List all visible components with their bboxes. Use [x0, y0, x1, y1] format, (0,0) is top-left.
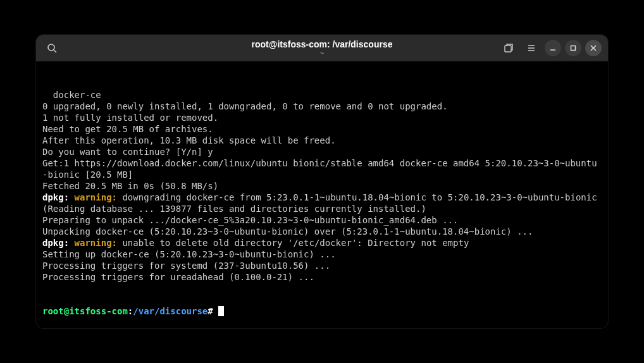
terminal-line: Processing triggers for systemd (237-3ub… — [42, 260, 602, 271]
terminal-line: Setting up docker-ce (5:20.10.23~3-0~ubu… — [42, 249, 602, 260]
terminal-line: Do you want to continue? [Y/n] y — [42, 146, 602, 157]
terminal-line: Get:1 https://download.docker.com/linux/… — [42, 157, 602, 180]
menu-button[interactable] — [522, 39, 541, 58]
close-icon — [590, 45, 597, 51]
terminal-line: dpkg: warning: unable to delete old dire… — [42, 237, 602, 249]
close-button[interactable] — [585, 40, 602, 56]
terminal-line: (Reading database ... 139877 files and d… — [42, 203, 602, 214]
prompt-path: /var/discourse — [133, 306, 207, 316]
window-title: root@itsfoss-com: /var/discourse — [252, 39, 393, 49]
prompt-user-host: root@itsfoss-com — [42, 306, 128, 316]
maximize-button[interactable] — [565, 40, 581, 56]
svg-line-1 — [54, 50, 56, 52]
search-button[interactable] — [42, 39, 61, 58]
hamburger-icon — [526, 43, 536, 53]
terminal-window: root@itsfoss-com: /var/discourse ~ — [36, 35, 608, 328]
maximize-icon — [570, 45, 576, 51]
terminal-line: Fetched 20.5 MB in 0s (50.8 MB/s) — [42, 180, 602, 192]
prompt-line: root@itsfoss-com:/var/discourse# — [42, 305, 602, 317]
minimize-icon — [550, 45, 556, 51]
new-tab-icon — [504, 43, 514, 53]
terminal-line: Preparing to unpack .../docker-ce_5%3a20… — [42, 214, 602, 226]
window-subtitle: ~ — [320, 49, 324, 57]
new-tab-button[interactable] — [499, 39, 518, 58]
titlebar-right — [499, 39, 602, 58]
terminal-line: Need to get 20.5 MB of archives. — [42, 123, 602, 135]
terminal-line: After this operation, 10.3 MB disk space… — [42, 135, 602, 146]
terminal-line: Unpacking docker-ce (5:20.10.23~3-0~ubun… — [42, 226, 602, 237]
minimize-button[interactable] — [545, 40, 561, 56]
terminal-output: docker-ce0 upgraded, 0 newly installed, … — [42, 89, 602, 283]
search-icon — [47, 43, 57, 53]
cursor — [218, 306, 224, 316]
terminal-line: Processing triggers for ureadahead (0.10… — [42, 271, 602, 283]
prompt-symbol: # — [207, 306, 213, 316]
terminal-line: dpkg: warning: downgrading docker-ce fro… — [42, 192, 602, 203]
svg-point-0 — [48, 44, 54, 51]
titlebar-left — [42, 39, 61, 58]
terminal-content[interactable]: docker-ce0 upgraded, 0 newly installed, … — [36, 61, 608, 328]
svg-rect-7 — [571, 46, 576, 51]
titlebar: root@itsfoss-com: /var/discourse ~ — [36, 35, 608, 61]
terminal-line: 0 upgraded, 0 newly installed, 1 downgra… — [42, 101, 602, 112]
terminal-line: 1 not fully installed or removed. — [42, 112, 602, 123]
svg-rect-2 — [505, 46, 511, 52]
terminal-line: docker-ce — [42, 89, 602, 101]
